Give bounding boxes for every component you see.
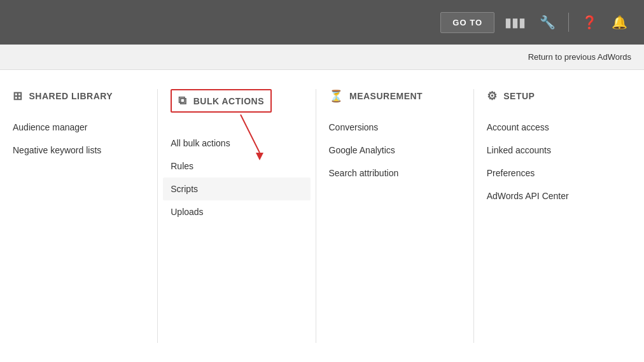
bulk-actions-title: BULK ACTIONS — [193, 96, 264, 106]
bar-chart-icon[interactable]: ▮▮▮ — [501, 11, 529, 34]
help-icon[interactable]: ❓ — [578, 11, 601, 34]
measurement-column: ⏳ MEASUREMENT Conversions Google Analyti… — [316, 89, 474, 343]
search-attribution-link[interactable]: Search attribution — [329, 162, 461, 184]
nav-divider — [568, 13, 569, 32]
return-bar: Return to previous AdWords — [0, 45, 644, 70]
uploads-link[interactable]: Uploads — [171, 200, 302, 223]
bulk-actions-header: ⧉ BULK ACTIONS — [171, 89, 272, 113]
conversions-link[interactable]: Conversions — [329, 116, 461, 139]
bulk-actions-column: ⧉ BULK ACTIONS All bulk actions Rules Sc… — [158, 89, 316, 343]
gear-icon: ⚙ — [487, 89, 498, 103]
shared-library-column: ⊞ SHARED LIBRARY Audience manager Negati… — [13, 89, 158, 343]
measurement-header: ⏳ MEASUREMENT — [329, 89, 461, 103]
shared-library-header: ⊞ SHARED LIBRARY — [13, 89, 144, 103]
setup-header: ⚙ SETUP — [487, 89, 619, 103]
adwords-api-center-link[interactable]: AdWords API Center — [487, 184, 619, 207]
account-access-link[interactable]: Account access — [487, 116, 619, 139]
bell-icon[interactable]: 🔔 — [608, 11, 631, 34]
copy-icon: ⧉ — [178, 94, 187, 108]
measurement-title: MEASUREMENT — [349, 91, 423, 101]
google-analytics-link[interactable]: Google Analytics — [329, 139, 461, 162]
preferences-link[interactable]: Preferences — [487, 162, 619, 184]
main-content: ⊞ SHARED LIBRARY Audience manager Negati… — [0, 70, 644, 362]
audience-manager-link[interactable]: Audience manager — [13, 116, 144, 139]
goto-button[interactable]: GO TO — [440, 12, 494, 33]
scripts-link[interactable]: Scripts — [163, 178, 310, 200]
all-bulk-actions-link[interactable]: All bulk actions — [171, 132, 302, 155]
setup-column: ⚙ SETUP Account access Linked accounts P… — [474, 89, 631, 343]
hourglass-icon: ⏳ — [329, 89, 344, 103]
shared-library-title: SHARED LIBRARY — [29, 91, 113, 101]
grid-icon: ⊞ — [13, 89, 23, 103]
negative-keyword-lists-link[interactable]: Negative keyword lists — [13, 139, 144, 162]
wrench-icon[interactable]: 🔧 — [536, 11, 559, 34]
top-navigation-bar: GO TO ▮▮▮ 🔧 ❓ 🔔 — [0, 0, 644, 45]
rules-link[interactable]: Rules — [171, 155, 302, 178]
linked-accounts-link[interactable]: Linked accounts — [487, 139, 619, 162]
return-label: Return to previous AdWords — [528, 52, 631, 62]
setup-title: SETUP — [503, 91, 535, 101]
